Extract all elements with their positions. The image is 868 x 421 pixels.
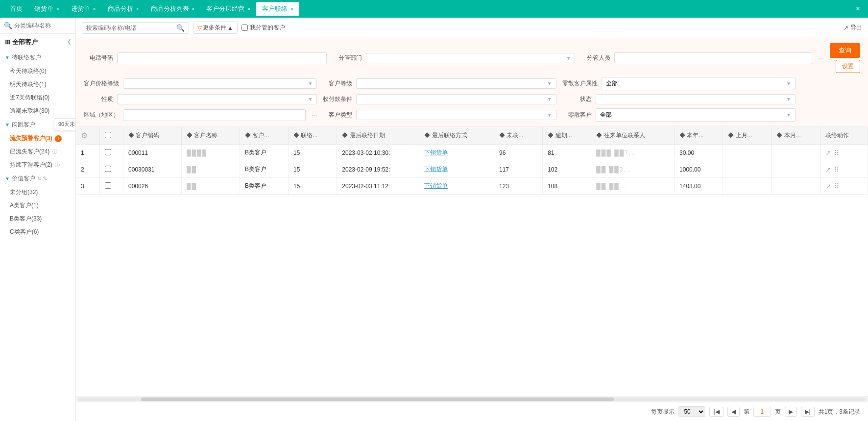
cell-this-month-3 — [772, 178, 820, 195]
filter-select-dept[interactable]: ▼ — [366, 53, 576, 63]
cell-contact-person-1: ███ ██7... — [591, 145, 675, 161]
h-scroll-track[interactable] — [78, 397, 866, 401]
filter-row-3: 性质 ▼ 收付款条件 ▼ 状态 — [84, 94, 860, 104]
cell-check-2 — [100, 161, 123, 178]
sidebar-item-class-b[interactable]: B类客户(33) — [0, 212, 75, 225]
filter-dots-region[interactable]: ··· — [312, 111, 317, 119]
settings-button[interactable]: 设置 — [836, 60, 860, 73]
value-edit-icon[interactable]: ✎ — [43, 175, 47, 182]
tab-sales-close[interactable]: × — [56, 6, 59, 12]
tab-customer-contact[interactable]: 客户联络 × — [256, 2, 299, 16]
tab-customer-segment-close[interactable]: × — [247, 6, 250, 12]
sidebar-item-overdue[interactable]: 逾期未联络(30) — [0, 104, 75, 118]
filter-input-phone[interactable] — [117, 52, 327, 64]
filter-dots-person[interactable]: ··· — [818, 54, 824, 62]
table-settings-gear[interactable]: ⚙ — [81, 131, 88, 140]
last-page-btn[interactable]: ▶| — [801, 407, 815, 417]
my-customers-checkbox[interactable] — [241, 25, 248, 31]
cell-contact-person-3: ██ ██... — [591, 178, 675, 195]
export-button[interactable]: ↗ 导出 — [844, 24, 862, 32]
tab-analysis-close[interactable]: × — [136, 6, 139, 12]
filter-input-region[interactable] — [123, 109, 306, 121]
dept-down-arrow: ▼ — [566, 55, 571, 61]
tab-purchase-close[interactable]: × — [93, 6, 96, 12]
search-input-wrap: 🔍 — [82, 22, 189, 34]
filter-input-person[interactable] — [614, 52, 812, 64]
h-scroll-thumb[interactable] — [141, 397, 614, 401]
value-refresh-icon[interactable]: ↻ — [37, 175, 42, 182]
select-all-checkbox[interactable] — [105, 132, 111, 138]
cell-uncontact-3: 123 — [494, 178, 542, 195]
filter-select-price-level[interactable]: ▼ — [123, 78, 317, 89]
filter-select-nature[interactable]: ▼ — [117, 94, 317, 104]
sidebar-item-class-a[interactable]: A类客户(1) — [0, 199, 75, 212]
search-input[interactable] — [86, 25, 174, 31]
sidebar-all-customers[interactable]: ⊞ 全部客户 《 — [0, 34, 75, 50]
customer-type-arrow: ▼ — [547, 112, 552, 118]
first-page-btn[interactable]: |◀ — [709, 407, 723, 417]
col-this-month: ◆ 本月... — [772, 127, 820, 145]
tab-analysis-list-close[interactable]: × — [192, 6, 195, 12]
per-page-select[interactable]: 50 100 200 — [678, 406, 705, 417]
retail-attr-arrow: ▼ — [786, 81, 791, 86]
col-code: ◆ 客户编码 — [123, 127, 182, 145]
filter-select-customer-type[interactable]: ▼ — [356, 110, 556, 120]
sidebar-item-at-risk[interactable]: 流失预警客户(3) ! — [0, 132, 75, 145]
declining-info-icon: ⓘ — [55, 162, 60, 168]
tab-purchase[interactable]: 进货单 × — [65, 2, 102, 16]
tab-analysis[interactable]: 商品分析 × — [102, 2, 145, 16]
prev-page-btn[interactable]: ◀ — [727, 407, 740, 417]
filter-field-customer-level: 客户等级 ▼ — [323, 78, 556, 89]
payment-arrow: ▼ — [547, 97, 552, 102]
action-contact-icon-3[interactable]: ↗ — [825, 182, 831, 190]
action-contact-icon-1[interactable]: ↗ — [825, 149, 831, 157]
cell-last-method-1: 下销货单 — [419, 145, 494, 161]
customer-level-arrow: ▼ — [547, 81, 552, 86]
lost-info-icon: ⓘ — [52, 149, 57, 154]
filter-select-status[interactable]: ▼ — [596, 94, 796, 104]
tab-sales[interactable]: 销货单 × — [28, 2, 65, 16]
action-more-icon-1[interactable]: ⠿ — [834, 149, 839, 157]
collapse-icon: 《 — [65, 38, 71, 47]
next-page-btn[interactable]: ▶ — [785, 407, 797, 417]
page-input[interactable] — [753, 407, 771, 417]
sidebar-item-week[interactable]: 近7天待联络(0) — [0, 91, 75, 104]
tab-customer-contact-label: 客户联络 — [262, 4, 288, 13]
tab-home[interactable]: 首页 — [4, 2, 28, 16]
table-row: 1 000011 ████ B类客户 15 2023-03-02 10:30: … — [76, 145, 868, 161]
sidebar-item-ungrouped[interactable]: 未分组(32) — [0, 186, 75, 199]
sidebar-search-input[interactable] — [14, 22, 76, 29]
search-button[interactable]: 🔍 — [176, 24, 185, 32]
row-checkbox-2[interactable] — [105, 166, 111, 172]
action-more-icon-3[interactable]: ⠿ — [834, 182, 839, 190]
sidebar-item-today[interactable]: 今天待联络(0) — [0, 65, 75, 78]
sidebar-item-lost[interactable]: 已流失客户(24) ⓘ — [0, 145, 75, 158]
action-more-icon-2[interactable]: ⠿ — [834, 166, 839, 173]
sidebar-item-declining[interactable]: 持续下滑客户(2) ⓘ — [0, 158, 75, 172]
sidebar-item-tomorrow[interactable]: 明天待联络(1) — [0, 78, 75, 91]
filter-label-nature: 性质 — [84, 95, 113, 103]
tab-analysis-list[interactable]: 商品分析列表 × — [145, 2, 201, 16]
filter-select-customer-level[interactable]: ▼ — [356, 78, 556, 89]
sidebar-group-value[interactable]: ▼ 价值客户 ↻ ✎ — [0, 172, 75, 186]
sidebar-item-class-c[interactable]: C类客户(6) — [0, 225, 75, 239]
tab-customer-contact-close[interactable]: × — [290, 6, 293, 12]
content-area: 🔍 ▽ 更多条件 ▲ 我分管的客户 ↗ 导出 电话号码 — [76, 18, 868, 421]
window-close-button[interactable]: × — [852, 4, 864, 13]
query-button[interactable]: 查询 — [830, 43, 860, 58]
filter-select-payment[interactable]: ▼ — [356, 94, 556, 104]
tab-customer-segment[interactable]: 客户分层经营 × — [200, 2, 256, 16]
retail-arrow: ▼ — [786, 112, 791, 118]
filter-select-retail-attr[interactable]: 全部 ▼ — [602, 77, 796, 90]
row-checkbox-3[interactable] — [105, 182, 111, 189]
filter-select-retail[interactable]: 全部 ▼ — [596, 108, 796, 122]
col-last-month: ◆ 上月... — [723, 127, 772, 145]
col-check — [100, 127, 123, 145]
sidebar-group-pending-contact[interactable]: ▼ 待联络客户 — [0, 50, 75, 65]
action-contact-icon-2[interactable]: ↗ — [825, 166, 831, 173]
data-table: ⚙ ◆ 客户编码 ◆ 客户名称 ◆ 客户... ◆ 联络... ◆ 最后联络日期… — [76, 127, 868, 195]
row-checkbox-1[interactable] — [105, 149, 111, 155]
export-label: 导出 — [850, 24, 862, 32]
cell-last-method-3: 下销货单 — [419, 178, 494, 195]
more-conditions-button[interactable]: ▽ 更多条件 ▲ — [193, 22, 238, 34]
